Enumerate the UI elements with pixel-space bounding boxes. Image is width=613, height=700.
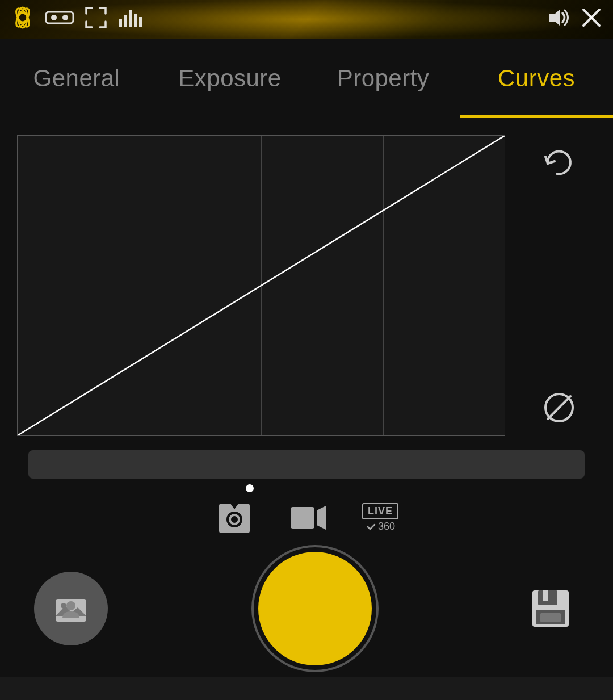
curves-container	[0, 129, 613, 442]
scrollbar-track[interactable]	[28, 450, 585, 479]
scrollbar-container	[0, 450, 613, 479]
tabs-bar: General Exposure Property Curves	[0, 39, 613, 118]
svg-rect-4	[46, 12, 73, 23]
volume-icon[interactable]	[547, 7, 570, 32]
svg-rect-8	[124, 15, 127, 27]
filter-icon[interactable]	[11, 6, 34, 33]
reset-button[interactable]	[536, 141, 582, 186]
expand-icon[interactable]	[85, 7, 107, 32]
gallery-button[interactable]	[34, 572, 108, 645]
svg-rect-11	[139, 17, 142, 27]
svg-rect-9	[129, 10, 132, 27]
shutter-button[interactable]	[258, 552, 372, 665]
svg-rect-10	[134, 14, 137, 27]
video-mode-button[interactable]	[288, 498, 328, 538]
histogram-icon[interactable]	[118, 7, 144, 32]
tab-property-label: Property	[337, 65, 430, 92]
tab-property[interactable]: Property	[306, 39, 460, 118]
svg-line-17	[548, 396, 570, 419]
tab-general[interactable]: General	[0, 39, 153, 118]
bottom-main-row	[0, 546, 613, 677]
curves-graph[interactable]	[17, 135, 505, 436]
top-right-icons	[547, 7, 602, 32]
svg-point-5	[51, 15, 57, 20]
svg-rect-7	[119, 19, 122, 27]
tab-curves[interactable]: Curves	[460, 39, 613, 118]
live360-mode-button[interactable]: LIVE 360	[362, 503, 398, 533]
svg-marker-12	[549, 10, 560, 26]
bottom-controls: LIVE 360	[0, 479, 613, 677]
camera-mode-row: LIVE 360	[0, 495, 613, 546]
svg-line-15	[18, 136, 505, 435]
camera-preview	[0, 0, 613, 39]
shutter-dot	[246, 484, 254, 492]
top-left-icons	[11, 6, 144, 33]
svg-point-26	[66, 601, 75, 610]
svg-rect-21	[291, 507, 314, 529]
curves-diagonal	[18, 136, 505, 435]
svg-point-20	[231, 516, 238, 523]
shutter-dot-row	[0, 484, 613, 495]
photo-mode-button[interactable]	[215, 498, 254, 538]
svg-rect-31	[540, 613, 561, 622]
svg-marker-22	[317, 506, 326, 530]
close-icon[interactable]	[581, 7, 602, 32]
svg-point-6	[62, 15, 68, 20]
tab-general-label: General	[33, 65, 120, 92]
tab-curves-label: Curves	[498, 65, 575, 92]
360-label: 360	[378, 521, 395, 533]
svg-rect-29	[543, 590, 548, 601]
live-label: LIVE	[368, 505, 393, 517]
save-button[interactable]	[522, 580, 579, 637]
main-content: LIVE 360	[0, 118, 613, 677]
tab-exposure-label: Exposure	[178, 65, 281, 92]
vr-icon[interactable]	[45, 9, 74, 31]
svg-point-25	[61, 603, 66, 609]
tab-exposure[interactable]: Exposure	[153, 39, 306, 118]
side-controls	[514, 135, 604, 436]
clear-button[interactable]	[536, 385, 582, 430]
